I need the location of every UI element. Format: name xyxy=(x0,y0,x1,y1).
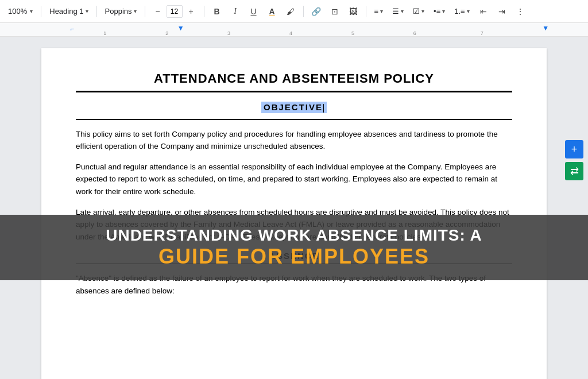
zoom-arrow: ▾ xyxy=(30,8,33,14)
num-list-icon: 1.≡ xyxy=(454,7,465,16)
ruler-mark-7: 7 xyxy=(481,30,483,36)
ruler-mark-4: 4 xyxy=(289,30,292,36)
zoom-control[interactable]: 100% ▾ xyxy=(5,6,36,17)
side-actions: + ⇄ xyxy=(565,140,583,180)
image-action-button[interactable]: ⇄ xyxy=(565,162,583,180)
ruler-triangle-marker: ▼ xyxy=(177,24,184,32)
paragraph-1: This policy aims to set forth Company po… xyxy=(76,128,512,153)
font-size-increase-button[interactable]: + xyxy=(183,3,199,20)
bold-button[interactable]: B xyxy=(209,3,225,20)
ruler-inner: ⌐ 1 2 3 4 5 6 7 ▼ ▼ xyxy=(43,23,559,36)
ruler-mark-1: 1 xyxy=(103,30,106,36)
font-size-input[interactable] xyxy=(167,5,183,18)
font-selector[interactable]: Poppins ▾ xyxy=(102,6,140,17)
objective-heading-wrap: OBJECTIVE xyxy=(76,102,512,117)
image-button[interactable]: ⊡ xyxy=(327,3,343,20)
document-title: ATTENDANCE AND ABSENTEEISM POLICY xyxy=(76,71,512,86)
objective-heading[interactable]: OBJECTIVE xyxy=(261,102,327,113)
separator-6 xyxy=(366,6,366,17)
zoom-value: 100% xyxy=(8,7,27,16)
font-size-control: − + xyxy=(150,3,199,20)
toolbar: 100% ▾ Heading 1 ▾ Poppins ▾ − + B I U A… xyxy=(0,0,588,23)
separator-1 xyxy=(41,6,41,17)
ruler-mark-6: 6 xyxy=(413,30,416,36)
bullet-list-button[interactable]: •≡ ▾ xyxy=(430,6,448,17)
bullet-icon: •≡ xyxy=(434,7,440,16)
heading-style-selector[interactable]: Heading 1 ▾ xyxy=(46,6,91,17)
tab-marker: ⌐ xyxy=(71,25,74,32)
overlay-line2: GUIDE FOR EMPLOYEES xyxy=(23,245,565,269)
photo-button[interactable]: 🖼 xyxy=(345,3,361,20)
highlight-button[interactable]: 🖌 xyxy=(283,3,299,20)
line-spacing-icon: ☰ xyxy=(392,7,399,16)
ruler-mark-2: 2 xyxy=(165,30,168,36)
text-cursor xyxy=(323,104,324,113)
title-underline xyxy=(76,91,512,92)
separator-2 xyxy=(96,6,97,17)
font-label: Poppins xyxy=(105,7,132,16)
separator-4 xyxy=(204,6,204,17)
checklist-button[interactable]: ☑ ▾ xyxy=(409,6,428,17)
ruler-mark-5: 5 xyxy=(351,30,354,36)
document-page[interactable]: ATTENDANCE AND ABSENTEEISM POLICY OBJECT… xyxy=(41,48,547,379)
document-area: ATTENDANCE AND ABSENTEEISM POLICY OBJECT… xyxy=(0,37,588,379)
heading-style-label: Heading 1 xyxy=(49,7,83,16)
ruler-right-marker: ▼ xyxy=(542,24,549,32)
text-color-button[interactable]: A xyxy=(264,3,280,20)
overlay-line1: UNDERSTANDING WORK ABSENCE LIMITS: A xyxy=(23,226,565,245)
add-content-button[interactable]: + xyxy=(565,140,583,158)
ruler: ⌐ 1 2 3 4 5 6 7 ▼ ▼ xyxy=(0,23,588,37)
paragraph-2: Punctual and regular attendance is an es… xyxy=(76,161,512,198)
underline-button[interactable]: U xyxy=(246,3,262,20)
objective-underline xyxy=(76,119,512,120)
decrease-indent-button[interactable]: ⇤ xyxy=(475,3,492,20)
align-icon: ≡ xyxy=(374,7,379,16)
overlay-banner: UNDERSTANDING WORK ABSENCE LIMITS: A GUI… xyxy=(0,215,588,280)
more-options-button[interactable]: ⋮ xyxy=(512,3,528,20)
italic-button[interactable]: I xyxy=(227,3,243,20)
line-spacing-button[interactable]: ☰ ▾ xyxy=(389,6,407,17)
num-list-button[interactable]: 1.≡ ▾ xyxy=(451,6,473,17)
font-size-decrease-button[interactable]: − xyxy=(150,3,166,20)
link-button[interactable]: 🔗 xyxy=(308,3,324,20)
increase-indent-button[interactable]: ⇥ xyxy=(494,3,510,20)
heading-style-arrow: ▾ xyxy=(86,8,88,14)
separator-5 xyxy=(303,6,304,17)
ruler-mark-3: 3 xyxy=(227,30,230,36)
separator-3 xyxy=(145,6,145,17)
align-button[interactable]: ≡ ▾ xyxy=(371,6,387,17)
font-arrow: ▾ xyxy=(134,8,137,14)
checklist-icon: ☑ xyxy=(413,7,420,16)
